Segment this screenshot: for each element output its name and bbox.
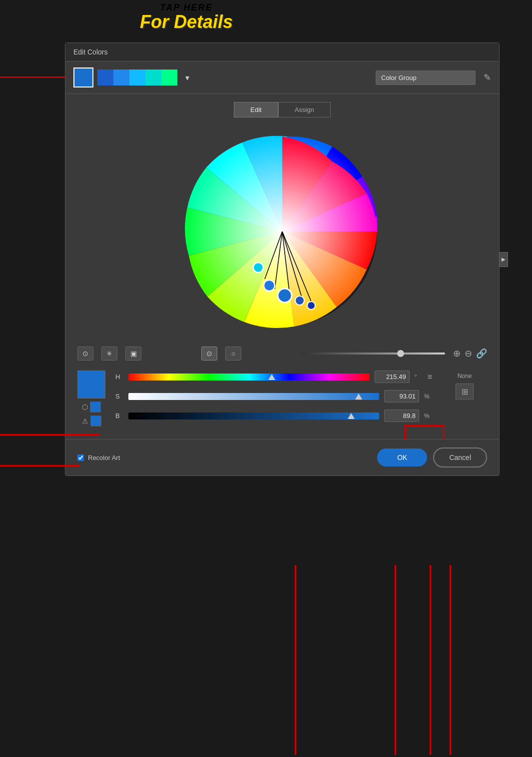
cube-icon: ⬡ (82, 403, 88, 411)
color-mode-filled[interactable]: ⊙ (201, 346, 217, 360)
h-label: H (115, 373, 123, 380)
slider-col: H ° ≡ S % B % (115, 370, 432, 429)
tab-assign[interactable]: Assign (278, 102, 331, 118)
add-color-btn[interactable]: ⊕ (453, 348, 461, 359)
cancel-button[interactable]: Cancel (433, 448, 487, 468)
warning-icon: ⚠ (82, 417, 88, 425)
h-unit: ° (415, 374, 423, 380)
wheel-section (65, 122, 499, 342)
small-icon-row: ⬡ (82, 402, 101, 412)
color-group-input[interactable] (376, 70, 476, 85)
hsb-section: ⬡ ⚠ H ° ≡ S % (65, 366, 499, 439)
h-value-input[interactable] (375, 370, 410, 383)
main-color-swatch[interactable] (73, 68, 93, 88)
annot-vline-2 (395, 565, 396, 755)
for-details-text: For Details (140, 13, 233, 31)
warning-icon-row: ⚠ (82, 416, 101, 426)
s-label: S (115, 392, 123, 400)
brightness-slider[interactable] (301, 352, 445, 354)
right-panel-col: None ⊞ (442, 370, 487, 429)
b-label: B (115, 412, 123, 420)
annot-line-1 (0, 76, 66, 78)
svg-point-9 (278, 288, 292, 302)
dialog-titlebar: Edit Colors (65, 43, 499, 62)
b-unit: % (424, 412, 432, 420)
hue-slider[interactable] (128, 374, 370, 380)
svg-point-10 (295, 296, 304, 305)
recolor-art-checkbox[interactable] (77, 454, 84, 461)
grid-icon-btn[interactable]: ⊞ (456, 384, 474, 400)
color-strip[interactable] (97, 70, 177, 86)
ok-button[interactable]: OK (377, 448, 427, 466)
tab-section: Edit Assign (65, 94, 499, 122)
small-swatch-2 (90, 416, 101, 426)
bri-slider[interactable] (128, 412, 379, 420)
b-slider-row: B % (115, 410, 432, 422)
annot-vline-4 (450, 565, 451, 755)
tap-here-text: TAP HERE (140, 2, 233, 13)
edit-colors-dialog: Edit Colors ▾ ✎ Edit Assign (65, 42, 500, 476)
link-btn[interactable]: 🔗 (476, 348, 487, 359)
color-wheel-container[interactable] (182, 132, 382, 332)
s-slider-row: S % (115, 390, 432, 402)
bottom-row: Recolor Art OK Cancel (65, 439, 499, 476)
add-remove-btns: ⊕ ⊖ 🔗 (453, 348, 487, 359)
annot-vline-3 (430, 565, 431, 755)
preview-swatch (77, 370, 105, 398)
s-unit: % (424, 393, 432, 400)
rect-view-btn[interactable]: ▣ (125, 346, 141, 360)
s-value-input[interactable] (384, 390, 419, 402)
b-value-input[interactable] (384, 410, 419, 422)
remove-color-btn[interactable]: ⊖ (465, 348, 472, 359)
color-wheel-svg (182, 132, 382, 332)
color-group-dropdown[interactable]: ▾ (185, 73, 189, 82)
svg-point-7 (253, 262, 263, 272)
strip-swatch-4[interactable] (145, 70, 161, 86)
dialog-title: Edit Colors (73, 48, 107, 56)
small-swatch (90, 402, 101, 412)
color-bar-section: ▾ ✎ (65, 62, 499, 94)
strip-swatch-1[interactable] (97, 70, 113, 86)
wheel-view-btn[interactable]: ✳ (101, 346, 117, 360)
h-slider-row: H ° ≡ (115, 370, 432, 383)
recolor-art-label[interactable]: Recolor Art (77, 454, 120, 462)
strip-swatch-2[interactable] (113, 70, 129, 86)
h-menu-btn[interactable]: ≡ (428, 372, 432, 382)
color-mode-outline[interactable]: ○ (225, 346, 241, 360)
controls-row: ⊙ ✳ ▣ ⊙ ○ ⊕ ⊖ 🔗 (65, 342, 499, 366)
color-preview-col: ⬡ ⚠ (77, 370, 105, 429)
strip-swatch-3[interactable] (129, 70, 145, 86)
pencil-button[interactable]: ✎ (484, 72, 491, 83)
expand-arrow[interactable]: ▶ (499, 252, 508, 267)
annot-vline-1 (295, 565, 296, 755)
strip-swatch-5[interactable] (161, 70, 177, 86)
tab-edit[interactable]: Edit (234, 102, 278, 118)
svg-point-8 (264, 280, 275, 291)
circle-view-btn[interactable]: ⊙ (77, 346, 93, 360)
sat-slider[interactable] (128, 393, 379, 400)
svg-point-11 (307, 302, 315, 310)
none-label: None (442, 372, 487, 380)
